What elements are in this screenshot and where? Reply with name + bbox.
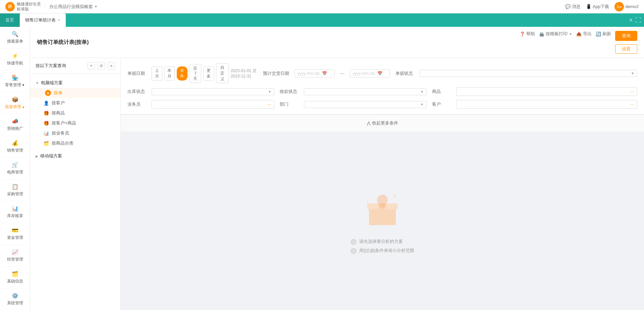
tab-sales-order[interactable]: 销售订单统计表 ×: [20, 13, 66, 27]
salesperson-select[interactable]: ···: [152, 100, 274, 109]
date-separator: —: [340, 71, 344, 76]
sidebar-item-retail[interactable]: 🏪 零售管理 ▼: [0, 70, 30, 92]
fullscreen-icon[interactable]: ⛶: [635, 17, 641, 24]
btn-area: 查询 设置: [615, 31, 637, 54]
delivery-select[interactable]: ▼: [152, 88, 274, 95]
calendar-end-icon: 📅: [377, 71, 382, 76]
export-btn[interactable]: 📤 导出: [576, 31, 592, 37]
sidebar-item-label: 基础信息: [7, 278, 23, 284]
app-selector[interactable]: 办公用品行业模拟账套 ▼: [45, 4, 98, 10]
sidebar-item-label: 库存核算: [7, 213, 23, 219]
top-bar-left: 好 畅捷通好生意 标准版 办公用品行业模拟账套 ▼: [5, 2, 98, 11]
filter-row-salesperson: 业务员 ··· 部门 ▼ 客户 ···: [127, 100, 637, 109]
sidebar-item-marketing[interactable]: 📣 营销推广: [0, 114, 30, 136]
logo-icon: 好: [5, 2, 15, 11]
sidebar-item-label: 销售管理: [7, 148, 23, 153]
close-window-icon[interactable]: ×: [629, 17, 633, 24]
this-year-btn[interactable]: 本年: [177, 66, 187, 81]
tab-home[interactable]: 首页: [0, 13, 20, 27]
this-month-btn[interactable]: 本月: [164, 66, 175, 81]
tab-bar-actions: × ⛶: [626, 13, 644, 27]
svg-rect-1: [369, 208, 396, 225]
status-select[interactable]: ▼: [420, 70, 637, 77]
last7days-btn[interactable]: 近7天: [190, 64, 201, 83]
sidebar-item-operations[interactable]: 📈 经营管理: [0, 245, 30, 267]
customer-icon: 👤: [44, 100, 49, 106]
filter-area: 单据日期 上月 本月 本年 近7天 更多 自定义 2023-01-01 至 20…: [121, 58, 644, 114]
filter-row-date: 单据日期 上月 本月 本年 近7天 更多 自定义 2023-01-01 至 20…: [127, 63, 637, 83]
print-btn[interactable]: 🖨️ 按模板打印 ▼: [539, 31, 572, 37]
add-scheme-btn[interactable]: +: [88, 62, 95, 69]
sidebar-item-finance[interactable]: 💳 资金管理: [0, 223, 30, 245]
inventory-icon: 📊: [12, 205, 18, 212]
tree-group-pc-header[interactable]: ▼ 电脑端方案: [30, 78, 120, 88]
customer-filter-label: 客户: [432, 101, 451, 107]
tip-num-1: 1: [351, 239, 357, 245]
collapse-panel-btn[interactable]: «: [108, 62, 115, 69]
salesperson-icon: 📊: [44, 131, 49, 136]
collapse-icon: «: [110, 63, 113, 68]
sidebar-item-ecommerce[interactable]: 🛒 电商管理: [0, 158, 30, 179]
last-month-btn[interactable]: 上月: [152, 66, 162, 81]
sidebar-item-system[interactable]: ⚙️ 系统管理: [0, 289, 30, 310]
tree-group-mobile-header[interactable]: ▶ 移动端方案: [30, 151, 120, 161]
expected-date-end[interactable]: yyyy-mm-dd 📅: [350, 69, 390, 78]
expected-date-start[interactable]: yyyy-mm-dd 📅: [294, 69, 335, 78]
tree-item-by-category[interactable]: 🗂️ 按商品分类: [30, 138, 120, 148]
query-button[interactable]: 查询: [615, 31, 637, 41]
customer-select[interactable]: ···: [456, 100, 637, 109]
app-download-btn[interactable]: 📱 App下载: [586, 4, 609, 10]
content-area: 销售订单统计表(按单) ❓ 帮助 🖨️ 按模板打印 ▼ 📤 导出: [30, 27, 644, 310]
body-layout: 按以下方案查询 + ⊙ «: [30, 58, 644, 310]
goods-select[interactable]: ···: [456, 87, 637, 96]
delivery-label: 出库状态: [127, 89, 146, 95]
sidebar-item-search[interactable]: 🔍 搜索菜单: [0, 27, 30, 49]
tree-group-label: 移动端方案: [40, 153, 62, 159]
help-btn[interactable]: ❓ 帮助: [520, 31, 535, 37]
collapse-up-icon: ⋀: [367, 121, 371, 126]
svg-point-5: [379, 203, 386, 208]
tab-close-icon[interactable]: ×: [58, 18, 60, 22]
sidebar-item-label: 电商管理: [7, 169, 23, 175]
payment-select[interactable]: ▼: [304, 88, 427, 95]
tree-item-by-salesperson[interactable]: 📊 按业务员: [30, 128, 120, 138]
tree-item-by-customer[interactable]: 👤 按客户: [30, 98, 120, 108]
page-header: 销售订单统计表(按单) ❓ 帮助 🖨️ 按模板打印 ▼ 📤 导出: [30, 27, 644, 58]
sidebar-item-wholesale[interactable]: 📦 批发管理 ▲: [0, 92, 30, 114]
avatar: Ea: [614, 2, 624, 11]
retail-icon: 🏪: [12, 74, 18, 81]
sidebar-item-purchase[interactable]: 📋 采购管理: [0, 179, 30, 201]
more-btn[interactable]: 更多: [203, 66, 214, 81]
sidebar-item-basic[interactable]: 🗂️ 基础信息: [0, 267, 30, 289]
date-placeholder-start: yyyy-mm-dd: [298, 71, 319, 76]
salesperson-more-icon: ···: [267, 102, 271, 107]
svg-text:✦: ✦: [366, 200, 369, 204]
scheme-settings-btn[interactable]: ⊙: [98, 62, 105, 69]
settings-button[interactable]: 设置: [615, 44, 637, 54]
sidebar-item-shortcuts[interactable]: ⚡ 快捷导航: [0, 49, 30, 70]
sidebar-item-label: 快捷导航: [7, 60, 23, 66]
collapse-btn[interactable]: ⋀ 收起更多条件: [123, 117, 641, 129]
date-group: 上月 本月 本年 近7天 更多 自定义 2023-01-01 至 2023-12…: [152, 63, 258, 83]
export-icon: 📤: [576, 32, 582, 37]
basic-icon: 🗂️: [12, 271, 18, 277]
top-bar-right: 💬 消息 📱 App下载 Ea demo2: [565, 2, 639, 11]
sidebar-item-inventory[interactable]: 📊 库存核算: [0, 201, 30, 223]
tree-item-by-order[interactable]: ● 按单: [30, 88, 120, 98]
goods-more-icon: ···: [630, 89, 634, 94]
message-btn[interactable]: 💬 消息: [565, 4, 581, 10]
payment-chevron-icon: ▼: [420, 90, 424, 94]
tree-item-by-cust-prod[interactable]: 🎁 按客户+商品: [30, 118, 120, 128]
sidebar-item-sales[interactable]: 💰 销售管理: [0, 136, 30, 158]
sidebar-item-label: 批发管理 ▲: [5, 104, 25, 110]
tree-item-by-product[interactable]: 🎁 按商品: [30, 108, 120, 118]
custom-btn[interactable]: 自定义: [216, 63, 229, 83]
tree-item-label: 按客户: [52, 100, 65, 106]
purchase-icon: 📋: [12, 184, 18, 190]
department-select[interactable]: ▼: [304, 101, 427, 108]
refresh-btn[interactable]: 🔄 刷新: [596, 31, 611, 37]
tree-item-label: 按商品分类: [52, 140, 73, 146]
user-profile[interactable]: Ea demo2: [614, 2, 639, 11]
empty-illustration: ✦ ✦ ✦: [359, 185, 406, 233]
payment-label: 收款状态: [280, 89, 299, 95]
